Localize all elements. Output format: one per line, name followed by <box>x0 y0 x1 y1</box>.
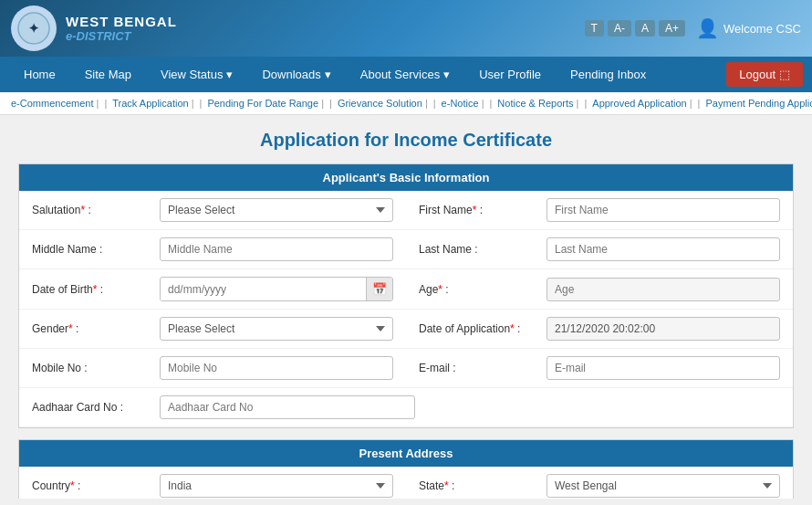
breadcrumb-paymentpending[interactable]: Payment Pending Application <box>702 96 812 110</box>
email-cell: E-mail : <box>406 349 793 388</box>
dateofapp-label: Date of Application* : <box>419 322 547 335</box>
font-decrease-btn[interactable]: A- <box>608 20 631 37</box>
breadcrumb-noticereports[interactable]: Notice & Reports <box>494 96 582 110</box>
gender-cell: Gender* : Please Select Male Female Othe… <box>19 310 406 349</box>
state-cell: State* : West Bengal <box>406 467 793 499</box>
age-label: Age* : <box>419 283 547 296</box>
aadhaar-input[interactable] <box>160 395 415 419</box>
nav-downloads[interactable]: Downloads ▾ <box>247 57 345 92</box>
firstname-required: * <box>473 204 477 216</box>
main-content: Application for Income Certificate Appli… <box>0 115 812 499</box>
logo: ✦ <box>11 5 57 51</box>
calendar-icon[interactable]: 📅 <box>366 278 392 300</box>
nav-pendinginbox[interactable]: Pending Inbox <box>556 57 661 92</box>
country-select[interactable]: India <box>160 474 393 498</box>
email-label: E-mail : <box>419 362 547 374</box>
breadcrumb-grievance[interactable]: Grievance Solution <box>334 96 432 110</box>
country-label: Country* : <box>32 479 160 492</box>
dateofapp-input[interactable] <box>547 317 780 341</box>
breadcrumb-pendingdaterange[interactable]: Pending For Date Range <box>203 96 328 110</box>
basic-info-section: Applicant's Basic Information Salutation… <box>18 163 794 428</box>
aadhaar-label: Aadhaar Card No : <box>32 401 160 414</box>
downloads-dropdown-icon: ▾ <box>325 68 331 81</box>
country-cell: Country* : India <box>19 467 406 499</box>
mobileno-label: Mobile No : <box>32 362 160 374</box>
state-label: State* : <box>419 479 547 492</box>
font-normal-btn[interactable]: A <box>635 20 655 37</box>
font-increase-btn[interactable]: A+ <box>659 20 685 37</box>
user-icon: 👤 <box>696 17 719 39</box>
lastname-label: Last Name : <box>419 243 547 256</box>
svg-text:✦: ✦ <box>28 21 39 36</box>
present-address-section: Present Address Country* : India State* … <box>18 439 794 499</box>
nav-home[interactable]: Home <box>9 57 70 92</box>
dateofapp-cell: Date of Application* : <box>406 310 793 349</box>
middlename-label: Middle Name : <box>32 243 160 256</box>
gender-required: * <box>68 322 73 335</box>
firstname-input[interactable] <box>547 198 780 222</box>
welcome-text: 👤 Welcome CSC <box>696 17 801 39</box>
font-t-btn[interactable]: T <box>585 20 604 37</box>
age-input[interactable] <box>547 278 780 301</box>
firstname-label: First Name* : <box>419 204 547 216</box>
dob-label: Date of Birth* : <box>32 283 160 296</box>
salutation-label: Salutation* : <box>32 204 160 216</box>
breadcrumb-bar: e-Commencement | Track Application | Pen… <box>0 92 812 115</box>
breadcrumb-ecommencement[interactable]: e-Commencement <box>7 96 102 110</box>
logout-button[interactable]: Logout ⬚ <box>726 62 803 87</box>
state-required: * <box>444 479 449 492</box>
dateofapp-required: * <box>510 322 515 335</box>
firstname-cell: First Name* : <box>406 191 793 230</box>
logout-icon: ⬚ <box>779 68 790 81</box>
basic-info-header: Applicant's Basic Information <box>19 164 793 191</box>
content-wrapper: Application for Income Certificate Appli… <box>0 115 812 499</box>
mobileno-cell: Mobile No : <box>19 349 406 388</box>
dob-required: * <box>93 283 98 296</box>
about-dropdown-icon: ▾ <box>443 68 450 81</box>
breadcrumb-enotice[interactable]: e-Notice <box>438 96 488 110</box>
brand-area: ✦ WEST BENGAL e-DISTRICT <box>11 5 177 51</box>
salutation-cell: Salutation* : Please Select Mr. Mrs. Ms.… <box>19 191 406 230</box>
brand-title: WEST BENGAL e-DISTRICT <box>66 14 177 43</box>
age-cell: Age* : <box>406 269 793 310</box>
gender-label: Gender* : <box>32 322 160 335</box>
country-required: * <box>70 479 75 492</box>
email-input[interactable] <box>547 356 780 380</box>
middlename-cell: Middle Name : <box>19 230 406 269</box>
lastname-cell: Last Name : <box>406 230 793 269</box>
brand-line1: WEST BENGAL <box>66 14 177 29</box>
nav-sitemap[interactable]: Site Map <box>70 57 146 92</box>
dob-cell: Date of Birth* : 📅 <box>19 269 406 310</box>
nav-about[interactable]: About Services ▾ <box>346 57 464 92</box>
dob-input[interactable] <box>161 279 366 300</box>
middlename-input[interactable] <box>160 237 393 261</box>
mobileno-input[interactable] <box>160 356 393 380</box>
nav-userprofile[interactable]: User Profile <box>464 57 556 92</box>
present-address-header: Present Address <box>19 440 793 467</box>
salutation-required: * <box>80 204 85 216</box>
aadhaar-cell: Aadhaar Card No : <box>19 388 793 427</box>
nav-bar: Home Site Map View Status ▾ Downloads ▾ … <box>0 57 812 92</box>
breadcrumb-approvedapp[interactable]: Approved Application <box>588 96 695 110</box>
page-title: Application for Income Certificate <box>18 130 794 151</box>
nav-viewstatus[interactable]: View Status ▾ <box>146 57 247 92</box>
viewstatus-dropdown-icon: ▾ <box>226 68 233 81</box>
gender-select[interactable]: Please Select Male Female Other <box>160 317 393 341</box>
brand-line2: e-DISTRICT <box>66 29 177 43</box>
font-controls: T A- A A+ <box>585 20 685 37</box>
dob-input-wrapper: 📅 <box>160 277 393 301</box>
top-bar-right: T A- A A+ 👤 Welcome CSC <box>585 17 801 39</box>
age-required: * <box>438 283 442 296</box>
lastname-input[interactable] <box>547 237 780 261</box>
top-bar: ✦ WEST BENGAL e-DISTRICT T A- A A+ 👤 Wel… <box>0 0 812 57</box>
salutation-select[interactable]: Please Select Mr. Mrs. Ms. Dr. <box>160 198 393 222</box>
breadcrumb-trackapplication[interactable]: Track Application <box>109 96 197 110</box>
state-select[interactable]: West Bengal <box>547 474 780 498</box>
